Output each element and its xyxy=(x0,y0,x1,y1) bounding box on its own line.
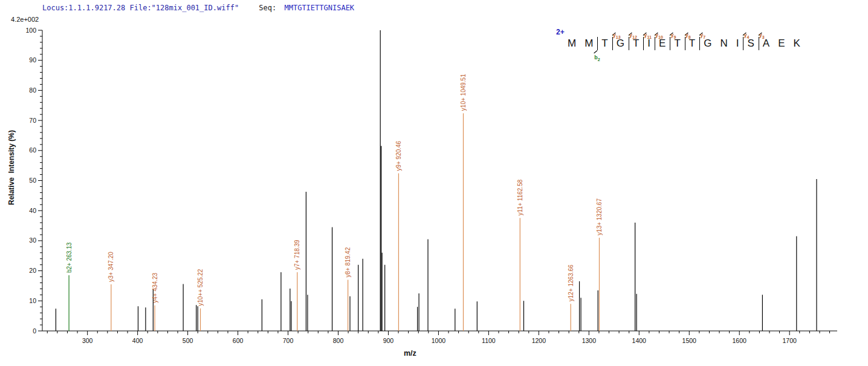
peak-label: y13+ 1320.67 xyxy=(596,198,603,235)
y-tick-label: 40 xyxy=(29,207,36,214)
y-tick-label: 70 xyxy=(29,117,36,124)
residue-letter: E xyxy=(778,38,785,49)
peak-labels: b2+ 263.13y3+ 347.20y4+ 434.23y10++ 525.… xyxy=(66,74,603,306)
y-tick-label: 60 xyxy=(29,146,36,154)
residue: y12T xyxy=(629,38,643,50)
y-ion-label: y12 xyxy=(629,29,637,44)
peak-label: y12+ 1263.66 xyxy=(568,264,574,301)
peptide-sequence: MMb2Ty13Gy12Ty11Iy10Ey9Ty8Ty7GNIy4Sy3AEK xyxy=(563,38,805,50)
residue: y10E xyxy=(655,38,670,50)
peak-label: y11+ 1162.58 xyxy=(517,179,523,215)
b-ion-label: b2 xyxy=(594,51,600,66)
y-tick-label: 100 xyxy=(25,27,36,34)
peak-label: y3+ 347.20 xyxy=(108,252,114,282)
peak-label: y4+ 434.23 xyxy=(152,273,158,303)
y-tick-label: 30 xyxy=(29,237,36,244)
x-tick-label: 1400 xyxy=(632,337,647,344)
residue: M xyxy=(580,38,597,50)
residue: y7G xyxy=(699,38,716,50)
y-ion-label: y10 xyxy=(655,29,663,44)
residue-letter: T xyxy=(601,38,607,49)
peak-label: y9+ 920.46 xyxy=(395,140,402,171)
precursor-charge: 2+ xyxy=(556,28,565,36)
peaks xyxy=(56,30,817,331)
residue: N xyxy=(716,38,731,50)
x-tick-label: 1300 xyxy=(582,337,597,344)
residue: K xyxy=(789,38,805,50)
residue: E xyxy=(774,38,789,50)
y-tick-label: 90 xyxy=(29,56,36,64)
fragment-divider xyxy=(597,37,598,50)
x-tick-label: 1500 xyxy=(682,337,697,344)
x-tick-label: 900 xyxy=(383,337,394,344)
peak-label: y10++ 525.22 xyxy=(197,269,204,306)
x-tick-label: 1700 xyxy=(783,337,797,344)
x-tick-label: 1000 xyxy=(432,337,446,344)
y-ion-label: y13 xyxy=(613,29,621,44)
residue: y4S xyxy=(743,38,758,50)
y-tick-label: 10 xyxy=(29,297,36,304)
y-tick-label: 80 xyxy=(29,87,36,94)
residue: b2T xyxy=(597,38,612,50)
y-ion-label: y4 xyxy=(743,29,749,44)
y-tick-label: 50 xyxy=(29,177,36,184)
y-tick-label: 0 xyxy=(33,327,36,335)
residue: M xyxy=(563,38,580,50)
peak-label: b2+ 263.13 xyxy=(66,242,73,273)
x-tick-label: 300 xyxy=(82,337,93,344)
residue-letter: M xyxy=(585,38,593,49)
spectrum-plot: 0102030405060708090100300400500600700800… xyxy=(0,0,868,366)
residue: y9T xyxy=(670,38,684,50)
x-tick-label: 1100 xyxy=(482,337,496,344)
residue-letter: M xyxy=(568,38,576,49)
residue: y3A xyxy=(759,38,774,50)
peak-label: y8+ 819.42 xyxy=(345,247,351,277)
y-ion-label: y8 xyxy=(685,29,691,44)
x-tick-label: 700 xyxy=(283,337,294,344)
residue-letter: N xyxy=(720,38,727,49)
residue-letter: K xyxy=(794,38,800,49)
y-ion-label: y9 xyxy=(670,29,676,44)
residue: I xyxy=(732,38,743,50)
peak-label: y10+ 1049.51 xyxy=(460,74,467,111)
residue-letter: I xyxy=(736,38,739,49)
residue: y13G xyxy=(612,38,629,50)
x-tick-label: 500 xyxy=(183,337,193,344)
x-tick-label: 800 xyxy=(333,337,344,344)
residue: y11I xyxy=(643,38,655,50)
y-ion-label: y3 xyxy=(759,29,765,44)
x-tick-label: 1200 xyxy=(532,337,546,344)
tick-labels: 0102030405060708090100300400500600700800… xyxy=(25,27,797,345)
x-tick-label: 400 xyxy=(132,337,143,344)
y-ion-label: y7 xyxy=(700,29,705,44)
residue: y8T xyxy=(685,38,699,50)
y-tick-label: 20 xyxy=(29,267,36,274)
x-tick-label: 1600 xyxy=(733,337,747,344)
x-tick-label: 600 xyxy=(233,337,244,344)
peptide-annotation-panel: 2+ MMb2Ty13Gy12Ty11Iy10Ey9Ty8Ty7GNIy4Sy3… xyxy=(555,28,805,50)
y-ion-label: y11 xyxy=(644,29,651,44)
peak-label: y7+ 718.39 xyxy=(294,240,300,270)
